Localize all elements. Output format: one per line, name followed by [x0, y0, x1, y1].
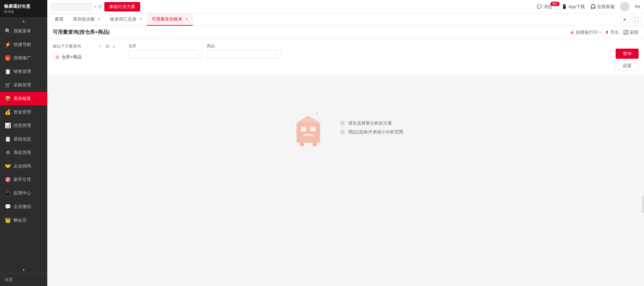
sidebar-item-system[interactable]: ⚙ 系统管理: [0, 146, 47, 159]
tab-receive-summary[interactable]: 收发存汇总表 ✕: [105, 14, 147, 26]
app-download-button[interactable]: 📱 App下载: [562, 4, 585, 10]
chart-icon: 📊: [5, 123, 11, 129]
sidebar-item-shortcut[interactable]: ⚡ 快捷导航: [0, 38, 47, 51]
message-badge: 99+: [550, 2, 560, 6]
chevron-down-icon[interactable]: ▾: [599, 30, 601, 34]
tab-available-ledger[interactable]: 可用量库存账本 ✕: [147, 14, 193, 26]
sidebar-item-inventory[interactable]: 📦 库存核算: [0, 92, 47, 105]
sidebar-item-label: 应用中心: [14, 190, 31, 196]
sidebar-item-finance[interactable]: 💰 资金管理: [0, 105, 47, 119]
avatar[interactable]: [620, 2, 629, 11]
product-label: 商品: [207, 43, 281, 49]
refresh-button[interactable]: 🔄 刷新: [623, 29, 639, 35]
trial-button[interactable]: 体验行业方案: [104, 2, 140, 11]
svg-marker-1: [297, 116, 320, 123]
sidebar-item-label: 新手引导: [14, 177, 31, 183]
sidebar-item-sales[interactable]: 📋 销售管理: [0, 65, 47, 78]
sidebar-item-coop[interactable]: 🤝 企业协同: [0, 159, 47, 173]
sidebar-item-label: 企业协同: [14, 163, 31, 169]
sidebar-item-label: 销售管理: [14, 69, 31, 75]
sidebar-item-wechat[interactable]: 💬 企业微信: [0, 200, 47, 213]
gear-icon: ⚙: [5, 150, 11, 156]
topbar: ▾ ⚙ 体验行业方案 💬 消息 99+ 📱 App下载 🎧 在线客服 Rit: [47, 0, 644, 14]
gift-icon: 🎁: [5, 55, 11, 61]
app-download-label: App下载: [568, 4, 585, 10]
sidebar-item-marketing[interactable]: 🎁 营销推广: [0, 51, 47, 65]
filter-field-warehouse: 仓库 ···: [128, 43, 203, 59]
refresh-label: 刷新: [630, 29, 639, 35]
hint-text-1: 请先选择要分析的方案: [348, 120, 392, 126]
print-icon: 🖨: [570, 30, 574, 35]
collapse-scheme-button[interactable]: «: [112, 43, 116, 49]
tab-available-ledger-close[interactable]: ✕: [185, 17, 188, 21]
empty-hints: ① 请先选择要分析的方案 ② 用[过滤]条件来缩小分析范围: [339, 120, 403, 135]
tab-receive-summary-label: 收发存汇总表: [110, 16, 136, 22]
filter-settings-button[interactable]: 设置: [616, 61, 639, 71]
sidebar-item-appcenter[interactable]: 📱 应用中心: [0, 186, 47, 200]
lightning-icon: ⚡: [5, 42, 11, 48]
sidebar-item-label: 系统管理: [14, 150, 31, 156]
sidebar-item-purchase[interactable]: 🛒 采购管理: [0, 78, 47, 92]
sidebar-item-operations[interactable]: 📊 经营管理: [0, 119, 47, 132]
app-edition: 标准版: [4, 9, 43, 14]
settings-icon[interactable]: ⚙: [98, 4, 102, 10]
tab-batch-ledger-close[interactable]: ✕: [98, 17, 101, 21]
hint-text-2: 用[过滤]条件来缩小分析范围: [348, 129, 403, 135]
add-scheme-button[interactable]: ＋: [97, 43, 103, 49]
sidebar-item-label: 资金管理: [14, 109, 31, 115]
tab-receive-summary-close[interactable]: ✕: [139, 17, 142, 21]
product-more-button[interactable]: ···: [275, 52, 278, 57]
empty-state: ✦ ✦ ① 请先选择要分析的方案 ② 用[过滤]条件来缩小分析范围: [47, 75, 644, 180]
sidebar-footer[interactable]: 设置: [0, 273, 47, 286]
tab-available-ledger-label: 可用量库存账本: [152, 16, 182, 22]
scheme-actions: ＋ ⚙ «: [97, 43, 116, 49]
sidebar-scroll-down[interactable]: ▼: [0, 267, 47, 273]
guide-icon: 🎯: [5, 177, 11, 183]
chevron-down-icon[interactable]: ▾: [94, 4, 96, 9]
sidebar-item-basic[interactable]: 📋 基础信息: [0, 132, 47, 146]
sidebar-item-search[interactable]: 🔍 搜索菜单: [0, 24, 47, 38]
hint-number-2: ②: [339, 129, 345, 135]
tab-home[interactable]: 首页: [50, 14, 68, 26]
svg-rect-0: [297, 123, 320, 143]
wechat-icon: 💬: [5, 204, 11, 210]
empty-hint-1: ① 请先选择要分析的方案: [339, 120, 403, 126]
sidebar-scroll-up[interactable]: ▲: [0, 18, 47, 24]
member-icon: 👑: [5, 217, 11, 223]
svg-rect-6: [313, 143, 317, 146]
warehouse-label: 仓库: [128, 43, 203, 49]
settings-scheme-button[interactable]: ⚙: [105, 43, 110, 49]
phone-icon: 📱: [562, 4, 567, 9]
sidebar-item-guide[interactable]: 🎯 新手引导: [0, 173, 47, 186]
topbar-right: 💬 消息 99+ 📱 App下载 🎧 在线客服 Rit: [537, 2, 640, 11]
warehouse-more-button[interactable]: ···: [196, 52, 200, 57]
sidebar-nav: 🔍 搜索菜单 ⚡ 快捷导航 🎁 营销推广 📋 销售管理 🛒 采购管理 📦 库存核…: [0, 24, 47, 267]
product-input[interactable]: [210, 52, 275, 57]
online-service-button[interactable]: 🎧 在线客服: [590, 4, 615, 10]
sidebar-item-label: 库存核算: [14, 96, 31, 102]
export-button[interactable]: ⬆ 导出: [605, 29, 619, 35]
expand-button[interactable]: ⛶: [632, 16, 641, 23]
scheme-item-icon: ⊙: [55, 54, 59, 60]
username[interactable]: Rit: [635, 4, 640, 9]
warehouse-input[interactable]: [131, 52, 196, 57]
svg-text:✦: ✦: [315, 111, 319, 116]
sidebar-item-label: 经营管理: [14, 123, 31, 129]
sidebar-item-label: 畅会员: [14, 217, 27, 223]
tab-batch-ledger-label: 库存批次账: [73, 16, 95, 22]
sidebar-item-label: 搜索菜单: [14, 28, 31, 34]
warehouse-input-row: ···: [128, 50, 203, 59]
sidebar-item-member[interactable]: 👑 畅会员: [0, 213, 47, 227]
search-input[interactable]: [51, 3, 92, 10]
query-button[interactable]: 查询: [616, 49, 639, 59]
filter-area: 按以下方案查询 ＋ ⚙ « ⊙ 仓库+商品 仓库: [47, 39, 644, 75]
scheme-item-warehouse-product[interactable]: ⊙ 仓库+商品: [53, 52, 116, 62]
settings-label: 设置: [5, 277, 13, 282]
hint-number-1: ①: [339, 120, 345, 126]
message-button[interactable]: 💬 消息 99+: [537, 4, 556, 10]
scheme-header: 按以下方案查询 ＋ ⚙ «: [53, 43, 116, 49]
close-tab-button[interactable]: ✕: [620, 16, 629, 23]
tab-batch-ledger[interactable]: 库存批次账 ✕: [68, 14, 105, 26]
basic-icon: 📋: [5, 136, 11, 142]
print-button[interactable]: 🖨 按模板打印 ▾: [570, 29, 601, 35]
